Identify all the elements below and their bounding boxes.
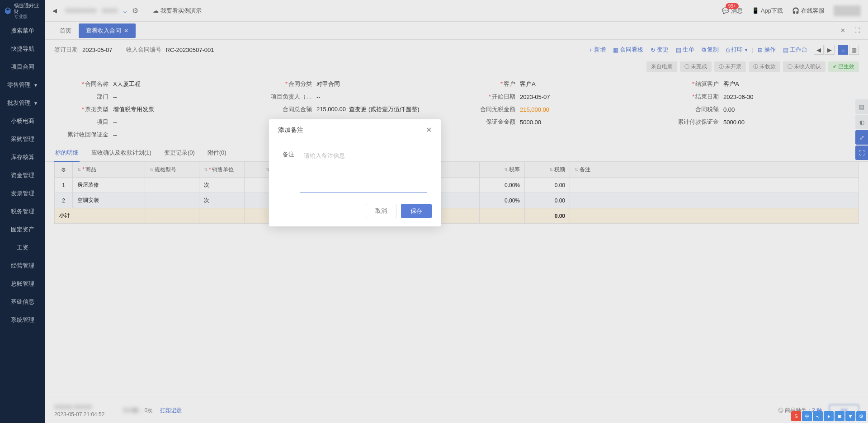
ime-bar: S 中 •, ♦ ◙ ▼ ⚙ <box>791 411 866 421</box>
modal-remark-label: 备注 <box>283 148 294 193</box>
ime-btn[interactable]: ▼ <box>845 411 855 421</box>
ime-btn[interactable]: ♦ <box>824 411 834 421</box>
modal-close-icon[interactable]: ✕ <box>426 126 432 134</box>
ime-btn[interactable]: 中 <box>802 411 812 421</box>
save-button[interactable]: 保存 <box>401 204 432 218</box>
ime-btn[interactable]: ◙ <box>835 411 844 421</box>
ime-btn[interactable]: ⚙ <box>856 411 866 421</box>
ime-btn[interactable]: S <box>791 411 801 421</box>
remark-textarea[interactable] <box>300 148 427 193</box>
add-remark-modal: 添加备注 ✕ 备注 取消 保存 <box>269 119 441 226</box>
ime-btn[interactable]: •, <box>813 411 823 421</box>
modal-title: 添加备注 <box>278 126 303 134</box>
cancel-button[interactable]: 取消 <box>366 204 396 218</box>
